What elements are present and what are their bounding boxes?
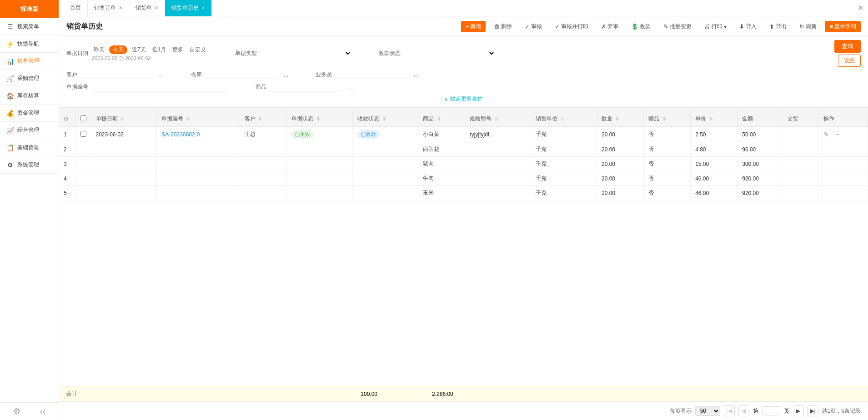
col-amount: 金额 bbox=[738, 111, 783, 127]
receive-button[interactable]: 💲 收款 bbox=[627, 21, 655, 32]
audit-icon: ✓ bbox=[525, 23, 530, 30]
col-spec[interactable]: 规格型号 ⇅ bbox=[465, 111, 531, 127]
row-checkbox[interactable] bbox=[80, 131, 86, 137]
sidebar-item-label: 经营管理 bbox=[17, 126, 39, 134]
sidebar-item-label: 快捷导航 bbox=[17, 40, 39, 48]
business-dots[interactable]: ... bbox=[414, 72, 418, 78]
edit-action-btn[interactable]: ✎ bbox=[823, 131, 829, 138]
row-actions bbox=[818, 142, 868, 157]
next-page-button[interactable]: ▶ bbox=[793, 405, 804, 416]
col-qty[interactable]: 数量 ⇅ bbox=[597, 111, 644, 127]
set-button[interactable]: 设置 bbox=[838, 55, 861, 67]
pay-status-sort-icon: ⇅ bbox=[382, 116, 386, 121]
row-spec bbox=[465, 171, 531, 186]
sidebar-settings-icon[interactable]: ⚙ bbox=[13, 406, 20, 416]
sidebar-item-purchase[interactable]: 🛒 采购管理 bbox=[0, 70, 59, 87]
tab-sales-history[interactable]: 销货单历史 ✕ bbox=[165, 0, 212, 16]
search-button[interactable]: 查询 bbox=[834, 40, 861, 53]
print-button[interactable]: 🖨 打印 ▾ bbox=[700, 21, 731, 32]
sidebar-item-operations[interactable]: 📈 经营管理 bbox=[0, 122, 59, 139]
row-spec bbox=[465, 142, 531, 157]
row-unit: 千克 bbox=[531, 127, 597, 142]
sidebar-item-label: 采购管理 bbox=[17, 75, 39, 82]
date-shortcut-7days[interactable]: 近7天 bbox=[130, 45, 148, 54]
date-shortcut-today[interactable]: 今天 bbox=[109, 45, 127, 54]
delete-button[interactable]: 🗑 删除 bbox=[489, 21, 517, 32]
col-action: 操作 bbox=[818, 111, 868, 127]
prev-page-button[interactable]: ◀ bbox=[738, 405, 749, 416]
doc-type-select[interactable] bbox=[261, 49, 351, 58]
tab-sales-history-close[interactable]: ✕ bbox=[201, 5, 205, 10]
col-price[interactable]: 单价 ⇅ bbox=[691, 111, 738, 127]
receipt-status-select[interactable] bbox=[404, 49, 495, 58]
tab-sales-goods-close[interactable]: ✕ bbox=[155, 5, 158, 10]
last-page-button[interactable]: ▶| bbox=[808, 405, 818, 416]
page-number-input[interactable]: 1 bbox=[762, 406, 780, 415]
customer-input[interactable] bbox=[81, 70, 154, 79]
col-gear[interactable]: ⚙ bbox=[59, 111, 75, 127]
more-action-btn[interactable]: ⋯ bbox=[833, 131, 839, 138]
date-shortcuts: 昨天 今天 近7天 近1月 更多 自定义 2023-06-02 至 2023-0… bbox=[92, 45, 208, 62]
sidebar-item-search[interactable]: ☰ 搜索菜单 bbox=[0, 18, 59, 35]
import-button[interactable]: ⬇ 导入 bbox=[735, 21, 761, 32]
row-date bbox=[91, 186, 157, 200]
customer-label: 客户 bbox=[66, 71, 77, 79]
tab-bar-close-all[interactable]: ✕ bbox=[858, 4, 863, 12]
batch-change-button[interactable]: ✎ 批量变更 bbox=[659, 21, 696, 32]
doc-number-link[interactable]: SA-20230602-0 bbox=[161, 131, 200, 138]
col-gift[interactable]: 赠品 ⇅ bbox=[644, 111, 691, 127]
gear-icon[interactable]: ⚙ bbox=[64, 116, 69, 122]
date-shortcut-more[interactable]: 更多 bbox=[171, 45, 185, 54]
row-checkbox-cell bbox=[75, 142, 91, 157]
tab-sales-goods[interactable]: 销货单 ✕ bbox=[129, 0, 165, 16]
sidebar-collapse-icon[interactable]: ‹‹ bbox=[40, 407, 45, 416]
date-shortcut-yesterday[interactable]: 昨天 bbox=[92, 45, 106, 54]
date-shortcut-1month[interactable]: 近1月 bbox=[151, 45, 168, 54]
col-customer[interactable]: 客户 ⇅ bbox=[240, 111, 286, 127]
row-index: 3 bbox=[59, 157, 75, 171]
abandon-icon: ✗ bbox=[601, 23, 606, 30]
col-doc-status[interactable]: 单据状态 ⇅ bbox=[286, 111, 352, 127]
sidebar-item-sales[interactable]: 📊 销售管理 bbox=[0, 53, 59, 70]
show-detail-button[interactable]: ≡ 显示明细 bbox=[825, 21, 861, 32]
row-date bbox=[91, 171, 157, 186]
row-pay-status bbox=[352, 157, 418, 171]
export-icon: ⬆ bbox=[769, 23, 774, 30]
collapse-button[interactable]: ∧ 收起更多条件 bbox=[66, 95, 861, 103]
sidebar-item-finance[interactable]: 💰 资金管理 bbox=[0, 105, 59, 122]
tab-sales-order[interactable]: 销售订单 ✕ bbox=[88, 0, 129, 16]
col-unit[interactable]: 销售单位 ⇅ bbox=[531, 111, 597, 127]
abandon-button[interactable]: ✗ 弃审 bbox=[597, 21, 623, 32]
sidebar-item-quick-nav[interactable]: ⚡ 快捷导航 bbox=[0, 35, 59, 53]
warehouse-filter-group: 仓库 ... bbox=[191, 70, 288, 79]
first-page-button[interactable]: |◀ bbox=[724, 405, 735, 416]
page-size-select[interactable]: 50 20 100 bbox=[695, 406, 720, 416]
customer-dots[interactable]: ... bbox=[159, 72, 164, 78]
refresh-button[interactable]: ↻ 刷新 bbox=[795, 21, 821, 32]
row-checkbox-cell bbox=[75, 157, 91, 171]
col-pay-status[interactable]: 收款状态 ⇅ bbox=[352, 111, 418, 127]
date-shortcut-custom[interactable]: 自定义 bbox=[188, 45, 208, 54]
add-button[interactable]: + 新增 bbox=[461, 21, 486, 32]
gift-sort-icon: ⇅ bbox=[662, 116, 666, 121]
col-number[interactable]: 单据编号 ⇅ bbox=[157, 111, 240, 127]
tab-home[interactable]: 首页 bbox=[64, 0, 88, 16]
row-date bbox=[91, 142, 157, 157]
doc-number-input[interactable] bbox=[92, 83, 228, 91]
col-date[interactable]: 单据日期 ⇅ bbox=[91, 111, 157, 127]
audit-print-button[interactable]: ✓ 审核并打印 bbox=[550, 21, 593, 32]
warehouse-dots[interactable]: ... bbox=[284, 72, 288, 78]
sidebar-item-system[interactable]: ⚙ 系统管理 bbox=[0, 156, 59, 174]
number-sort-icon: ⇅ bbox=[186, 116, 190, 121]
export-button[interactable]: ⬆ 导出 bbox=[765, 21, 791, 32]
product-dots[interactable]: ... bbox=[348, 84, 353, 90]
sidebar-item-base-info[interactable]: 📋 基础信息 bbox=[0, 139, 59, 156]
business-input[interactable] bbox=[336, 70, 408, 79]
select-all-checkbox[interactable] bbox=[80, 115, 86, 121]
audit-button[interactable]: ✓ 审核 bbox=[520, 21, 547, 32]
sidebar-item-inventory[interactable]: 🏠 库存核算 bbox=[0, 87, 59, 105]
col-product[interactable]: 商品 ⇅ bbox=[418, 111, 465, 127]
warehouse-input[interactable] bbox=[206, 70, 278, 79]
tab-sales-order-close[interactable]: ✕ bbox=[119, 5, 122, 10]
product-input[interactable] bbox=[270, 83, 343, 91]
